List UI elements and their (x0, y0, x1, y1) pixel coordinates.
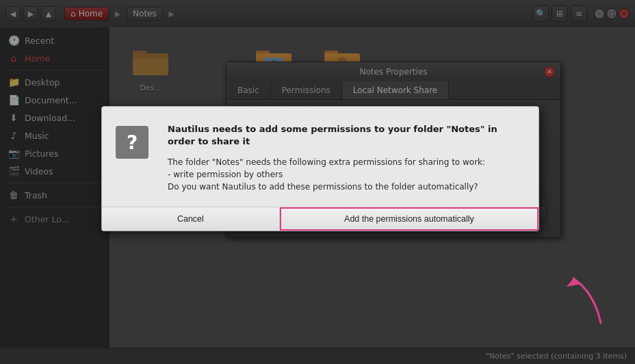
permission-title: Nautilus needs to add some permissions t… (168, 123, 525, 148)
permission-buttons: Cancel Add the permissions automatically (102, 207, 539, 231)
main-window: ◀ ▶ ▲ ⌂ Home ▶ Notes ▶ 🔍 ⊞ ≡ – □ ✕ (0, 0, 635, 364)
cancel-button[interactable]: Cancel (102, 207, 280, 231)
add-permissions-button[interactable]: Add the permissions automatically (280, 207, 539, 231)
permission-dialog: ? Nautilus needs to add some permissions… (101, 106, 539, 231)
arrow-annotation (539, 265, 614, 326)
permission-icon-area: ? (116, 123, 157, 193)
svg-marker-11 (567, 278, 582, 287)
question-icon: ? (116, 126, 148, 159)
permission-dialog-content: ? Nautilus needs to add some permissions… (102, 107, 539, 207)
permission-body: The folder "Notes" needs the following e… (168, 156, 525, 193)
permission-text-area: Nautilus needs to add some permissions t… (168, 123, 525, 193)
